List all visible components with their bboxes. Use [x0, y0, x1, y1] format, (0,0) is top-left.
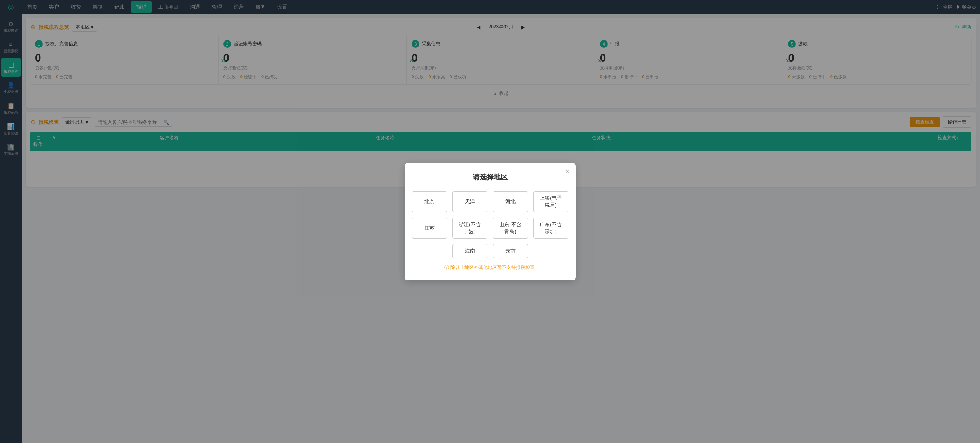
- region-guangdong[interactable]: 广东(不含深圳): [533, 218, 568, 239]
- region-tianjin[interactable]: 天津: [452, 191, 487, 212]
- region-row-3: 海南 云南: [414, 244, 567, 258]
- region-zhejiang[interactable]: 浙江(不含宁波): [452, 218, 487, 239]
- region-hebei[interactable]: 河北: [493, 191, 528, 212]
- region-jiangsu[interactable]: 江苏: [412, 218, 447, 239]
- region-shandong[interactable]: 山东(不含青岛): [493, 218, 528, 239]
- region-row-2: 江苏 浙江(不含宁波) 山东(不含青岛) 广东(不含深圳): [414, 218, 567, 239]
- region-hainan[interactable]: 海南: [452, 244, 487, 258]
- region-row-1: 北京 天津 河北 上海(电子税局): [414, 191, 567, 212]
- modal-overlay: × 请选择地区 北京 天津 河北 上海(电子税局) 江苏 浙江(不含宁波) 山东…: [0, 0, 980, 443]
- warning-icon: ⓘ: [444, 264, 449, 271]
- region-grid: 北京 天津 河北 上海(电子税局) 江苏 浙江(不含宁波) 山东(不含青岛) 广…: [414, 191, 567, 258]
- region-yunnan[interactable]: 云南: [493, 244, 528, 258]
- modal-close-button[interactable]: ×: [565, 168, 570, 175]
- region-beijing[interactable]: 北京: [412, 191, 447, 212]
- region-select-modal: × 请选择地区 北京 天津 河北 上海(电子税局) 江苏 浙江(不含宁波) 山东…: [405, 163, 576, 280]
- warning-text: 除以上地区外其他地区暂不支持报税检查!: [450, 264, 536, 271]
- modal-warning: ⓘ 除以上地区外其他地区暂不支持报税检查!: [414, 264, 567, 271]
- region-shanghai[interactable]: 上海(电子税局): [533, 191, 568, 212]
- modal-title: 请选择地区: [414, 172, 567, 182]
